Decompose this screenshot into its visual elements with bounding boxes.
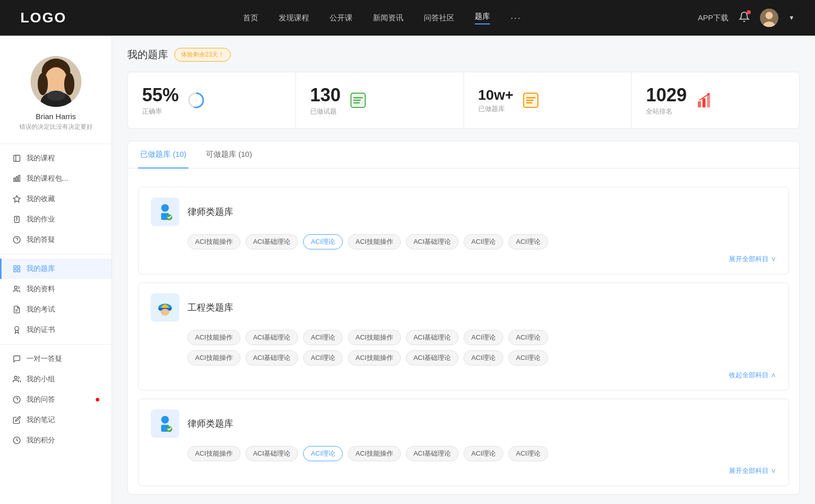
navigation: LOGO 首页 发现课程 公开课 新闻资讯 问答社区 题库 ··· APP下载 …	[0, 0, 815, 36]
stat-done-banks: 10w+ 已做题库	[464, 72, 632, 128]
stat-done-banks-num: 10w+	[478, 87, 513, 103]
sidebar-item-my-collect[interactable]: 我的收藏	[0, 189, 112, 209]
list-green-icon	[349, 91, 367, 109]
pie-chart-icon	[187, 91, 205, 109]
tab-done-banks[interactable]: 已做题库 (10)	[138, 142, 188, 169]
nav-discover[interactable]: 发现课程	[279, 13, 309, 23]
sidebar-item-my-cert[interactable]: 我的证书	[0, 320, 112, 340]
bank-tag[interactable]: ACI理论	[464, 330, 503, 345]
svg-point-55	[161, 309, 170, 316]
sidebar-item-my-bank[interactable]: 我的题库	[0, 259, 112, 279]
bank-tag[interactable]: ACI技能操作	[348, 330, 401, 345]
bank-tag[interactable]: ACI基础理论	[246, 330, 298, 345]
user-avatar[interactable]	[760, 9, 778, 27]
bank-list: 律师类题库 ACI技能操作 ACI基础理论 ACI理论 ACI技能操作 ACI基…	[128, 179, 799, 494]
bank-tag[interactable]: ACI技能操作	[348, 234, 401, 249]
message-icon	[12, 354, 21, 363]
bar-chart-red-icon	[695, 91, 713, 109]
stat-accuracy: 55% 正确率	[128, 72, 296, 128]
svg-point-1	[766, 12, 773, 19]
sidebar-item-my-course[interactable]: 我的课程	[0, 148, 112, 169]
bank-tag[interactable]: ACI基础理论	[246, 446, 298, 461]
nav-open-course[interactable]: 公开课	[330, 13, 352, 23]
notification-bell[interactable]	[739, 11, 750, 24]
stat-done-banks-label: 已做题库	[478, 104, 513, 114]
notification-dot	[747, 10, 751, 14]
svg-point-5	[45, 67, 67, 94]
sidebar-divider-1	[0, 144, 112, 144]
bank-tag[interactable]: ACI理论	[464, 350, 503, 366]
nav-bank[interactable]: 题库	[475, 12, 490, 24]
expand-lawyer-1[interactable]: 展开全部科目 ∨	[151, 255, 776, 264]
page-header: 我的题库 体验剩余23天！	[127, 48, 800, 62]
bank-tag[interactable]: ACI理论	[303, 330, 343, 345]
list-orange-icon	[522, 91, 540, 109]
engineer-icon	[151, 293, 179, 322]
bank-tag-active[interactable]: ACI理论	[303, 446, 343, 461]
sidebar-user-name: Brian Harris	[10, 112, 101, 121]
sidebar-item-my-notes[interactable]: 我的笔记	[0, 410, 112, 430]
bank-item-engineer-header: 工程类题库	[151, 293, 776, 322]
expand-lawyer-2[interactable]: 展开全部科目 ∨	[151, 466, 776, 475]
bank-tag[interactable]: ACI基础理论	[406, 234, 459, 249]
bank-tag[interactable]: ACI技能操作	[348, 350, 401, 366]
sidebar-user-motto: 错误的决定比没有决定要好	[10, 123, 101, 131]
user-dropdown-arrow[interactable]: ▼	[789, 14, 795, 21]
sidebar-item-my-course-pkg[interactable]: 我的课程包...	[0, 169, 112, 189]
tabs-row: 已做题库 (10) 可做题库 (10)	[128, 142, 799, 169]
tab-available-banks[interactable]: 可做题库 (10)	[204, 142, 254, 169]
bank-tag[interactable]: ACI技能操作	[187, 446, 240, 461]
bank-tag[interactable]: ACI理论	[508, 330, 548, 345]
bank-tag[interactable]: ACI基础理论	[406, 350, 459, 366]
bank-title-lawyer-1: 律师类题库	[187, 206, 233, 218]
bank-tag[interactable]: ACI技能操作	[348, 446, 401, 461]
bank-tag[interactable]: ACI技能操作	[187, 234, 240, 249]
bank-tag[interactable]: ACI理论	[508, 446, 548, 461]
bank-tags-lawyer-1: ACI技能操作 ACI基础理论 ACI理论 ACI技能操作 ACI基础理论 AC…	[187, 234, 776, 249]
svg-point-6	[38, 73, 48, 95]
svg-point-49	[708, 93, 710, 96]
bank-tag[interactable]: ACI技能操作	[187, 330, 240, 345]
sidebar-item-my-points[interactable]: 我的积分	[0, 430, 112, 451]
svg-point-26	[14, 286, 17, 289]
svg-point-9	[47, 91, 65, 101]
sidebar-item-my-profile[interactable]: 我的资料	[0, 279, 112, 299]
nav-qa-community[interactable]: 问答社区	[424, 13, 454, 23]
sidebar-item-one-on-one[interactable]: 一对一答疑	[0, 349, 112, 369]
bank-tag[interactable]: ACI基础理论	[406, 446, 459, 461]
bank-tag[interactable]: ACI理论	[464, 234, 503, 249]
svg-rect-10	[14, 155, 20, 161]
sidebar-item-my-group[interactable]: 我的小组	[0, 369, 112, 389]
bank-tag-active[interactable]: ACI理论	[303, 234, 343, 249]
bank-tag[interactable]: ACI理论	[464, 446, 503, 461]
nav-right: APP下载 ▼	[698, 9, 795, 27]
sidebar-label-my-group: 我的小组	[26, 375, 55, 384]
stat-accuracy-num: 55%	[142, 85, 179, 106]
logo: LOGO	[20, 10, 66, 26]
award-icon	[12, 325, 21, 334]
sidebar-item-my-exam[interactable]: 我的考试	[0, 299, 112, 320]
svg-rect-14	[18, 175, 20, 181]
lawyer-icon-2	[151, 409, 179, 438]
sidebar-label-my-qa2: 我的问答	[26, 395, 55, 404]
bank-tag[interactable]: ACI理论	[303, 350, 343, 366]
sidebar-label-my-notes: 我的笔记	[26, 415, 55, 425]
bank-tag[interactable]: ACI技能操作	[187, 350, 240, 366]
bank-tag[interactable]: ACI理论	[508, 234, 548, 249]
sidebar-item-my-qa[interactable]: 我的答疑	[0, 230, 112, 250]
bank-tag[interactable]: ACI基础理论	[406, 330, 459, 345]
sidebar-label-my-qa: 我的答疑	[26, 235, 55, 244]
nav-more[interactable]: ···	[510, 13, 521, 23]
svg-point-29	[15, 326, 19, 330]
nav-news[interactable]: 新闻资讯	[373, 13, 403, 23]
bank-tag[interactable]: ACI理论	[508, 350, 548, 366]
sidebar-item-my-homework[interactable]: 我的作业	[0, 209, 112, 230]
expand-engineer[interactable]: 收起全部科目 ∧	[151, 371, 776, 380]
bank-tag[interactable]: ACI基础理论	[246, 234, 298, 249]
bank-tag[interactable]: ACI基础理论	[246, 350, 298, 366]
app-download-button[interactable]: APP下载	[698, 13, 728, 23]
stat-done-questions-label: 已做试题	[310, 107, 341, 116]
sidebar-item-my-qa2[interactable]: 我的问答	[0, 389, 112, 410]
nav-home[interactable]: 首页	[243, 13, 258, 23]
bank-tags-engineer-row1: ACI技能操作 ACI基础理论 ACI理论 ACI技能操作 ACI基础理论 AC…	[187, 330, 776, 345]
